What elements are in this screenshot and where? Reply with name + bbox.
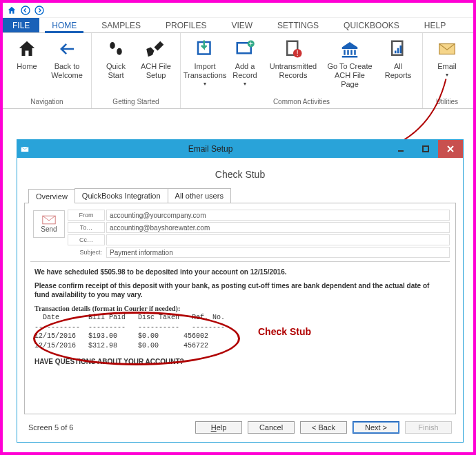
nav-back-icon[interactable] <box>19 4 32 17</box>
dialog-sub-tabs: Overview QuickBooks Integration All othe… <box>28 188 456 203</box>
svg-point-1 <box>35 6 43 14</box>
dialog-icon <box>17 144 32 154</box>
tx-header: Transaction details (format in Courier i… <box>34 304 446 314</box>
home-icon <box>17 37 37 61</box>
dialog-subhead: Check Stub <box>24 162 456 188</box>
envelope-icon <box>437 37 457 61</box>
ribbon-import-tx-button[interactable]: Import Transactions ▾ <box>185 34 225 88</box>
home-icon[interactable] <box>6 4 18 17</box>
ribbon-create-ach-button[interactable]: Go To Create ACH File Page <box>321 34 378 90</box>
doc-alert-icon: ! <box>283 37 304 61</box>
body-line: Please confirm receipt of this deposit w… <box>34 281 446 300</box>
tab-quickbooks[interactable]: QUICKBOOKS <box>331 18 412 32</box>
chevron-down-icon: ▾ <box>204 81 206 88</box>
email-body-preview: We have scheduled $505.98 to be deposite… <box>30 261 450 408</box>
svg-text:+: + <box>249 40 253 48</box>
close-button[interactable] <box>438 140 463 158</box>
group-title: Utilities <box>423 96 471 108</box>
ribbon-tabs: FILE HOME SAMPLES PROFILES VIEW SETTINGS… <box>3 18 473 33</box>
to-value[interactable]: accounting@bayshorewater.com <box>106 222 450 233</box>
table-row: 12/15/2016 $193.00 $0.00 456002 <box>34 332 446 341</box>
tab-view[interactable]: VIEW <box>219 18 265 32</box>
group-title: Getting Started <box>92 96 180 108</box>
chevron-down-icon: ▾ <box>244 81 246 88</box>
help-button[interactable]: Help <box>195 421 242 434</box>
from-value[interactable]: accounting@yourcompany.com <box>106 210 450 221</box>
table-row: 12/15/2016 $312.98 $0.00 456722 <box>34 341 446 351</box>
from-label[interactable]: From <box>68 210 105 221</box>
subject-value[interactable]: Payment information <box>106 247 450 258</box>
sub-tab-all-other[interactable]: All other users <box>168 188 231 203</box>
finish-button: Finish <box>405 421 452 434</box>
maximize-button[interactable] <box>413 140 438 158</box>
to-label[interactable]: To… <box>68 222 105 233</box>
svg-text:!: ! <box>297 50 299 57</box>
tx-cols: Date Bill Paid Disc Taken Ref. No. <box>34 313 446 323</box>
back-arrow-icon <box>57 37 77 61</box>
ribbon-ach-setup-button[interactable]: ACH File Setup <box>136 34 176 80</box>
ribbon-quick-start-button[interactable]: Quick Start <box>96 34 136 80</box>
svg-point-3 <box>117 48 122 55</box>
annotation-label: Check Stub <box>258 325 311 338</box>
ribbon-all-reports-button[interactable]: All Reports <box>378 34 418 80</box>
tab-file[interactable]: FILE <box>3 18 39 32</box>
quick-access-toolbar <box>3 3 473 18</box>
screen-indicator: Screen 5 of 6 <box>28 423 73 432</box>
svg-rect-14 <box>400 46 402 53</box>
dialog-titlebar[interactable]: Email Setup <box>17 140 463 158</box>
ribbon-back-welcome-button[interactable]: Back to Welcome <box>47 34 87 80</box>
body-footer: HAVE QUESTIONS ABOUT YOUR ACCOUNT? <box>34 357 446 367</box>
overview-panel: Send Fromaccounting@yourcompany.com To…a… <box>24 203 456 414</box>
nav-fwd-icon[interactable] <box>33 4 46 17</box>
cancel-button[interactable]: Cancel <box>248 421 295 434</box>
tab-help[interactable]: HELP <box>412 18 458 32</box>
ribbon-home-button[interactable]: Home <box>7 34 47 71</box>
sub-tab-qb-integration[interactable]: QuickBooks Integration <box>75 188 168 203</box>
tab-profiles[interactable]: PROFILES <box>153 18 219 32</box>
footprints-icon <box>106 37 126 61</box>
email-setup-dialog: Email Setup Check Stub Overview QuickBoo… <box>17 139 464 443</box>
subject-label: Subject: <box>68 247 105 258</box>
svg-rect-18 <box>423 146 428 152</box>
next-button[interactable]: Next > <box>353 421 399 434</box>
tools-icon <box>146 37 166 61</box>
tab-samples[interactable]: SAMPLES <box>89 18 153 32</box>
tab-home[interactable]: HOME <box>39 18 89 32</box>
ribbon-untransmitted-button[interactable]: ! Untransmitted Records <box>265 34 321 80</box>
back-button[interactable]: < Back <box>300 421 347 434</box>
cc-label[interactable]: Cc… <box>68 234 105 245</box>
chevron-down-icon: ▾ <box>446 72 448 79</box>
cc-value[interactable] <box>106 234 450 245</box>
minimize-button[interactable] <box>388 140 413 158</box>
ribbon-add-record-button[interactable]: + Add a Record ▾ <box>225 34 265 88</box>
reports-icon <box>388 37 408 61</box>
send-button[interactable]: Send <box>33 210 65 238</box>
tx-sep: ----------- --------- ---------- -------… <box>34 323 446 332</box>
svg-point-0 <box>21 6 30 14</box>
add-record-icon: + <box>235 37 255 61</box>
import-icon <box>195 37 215 61</box>
svg-point-2 <box>110 42 115 49</box>
group-title: Common Activities <box>181 96 422 108</box>
dialog-title: Email Setup <box>32 144 388 154</box>
body-line: We have scheduled $505.98 to be deposite… <box>34 267 446 277</box>
tab-settings[interactable]: SETTINGS <box>265 18 331 32</box>
ribbon: Home Back to Welcome Navigation Quick St… <box>3 33 473 109</box>
svg-rect-13 <box>397 48 399 54</box>
sub-tab-overview[interactable]: Overview <box>28 189 75 203</box>
group-title: Navigation <box>3 96 91 108</box>
bank-icon <box>339 37 360 61</box>
ribbon-email-button[interactable]: Email ▾ <box>427 34 467 79</box>
svg-rect-12 <box>395 51 397 54</box>
